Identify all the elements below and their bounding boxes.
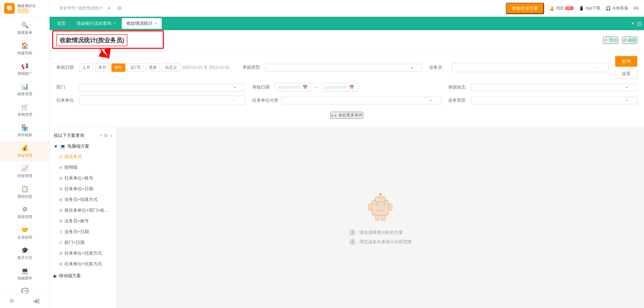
filter-dept-select[interactable]: ▾ [79,84,246,91]
settings-scheme-icon[interactable]: ⚙ [104,133,108,138]
filter-salesman-select[interactable]: ··· [452,63,608,72]
guide-icon: 🎓 [21,247,29,254]
operations-icon: 📈 [21,165,29,172]
sidebar-item-marketing[interactable]: 📢 营销推广 [0,59,49,80]
sidebar-item-operations[interactable]: 📈 经营管理 [0,161,49,182]
filter-counterpart: 往来单位 ··· [56,96,246,105]
sidebar-item-system[interactable]: ⚙ 系统管理 [0,202,49,223]
scheme-item-unit-account-label: 往来单位+账号 [64,175,93,181]
filter-docstatus-select[interactable]: ▾ [471,84,637,91]
scheme-item-by-detail[interactable]: ⊞ 按明细 [50,162,116,173]
date-btn-last-month[interactable]: 上月 [79,63,93,72]
user-avatar[interactable]: Rit [634,6,639,11]
page-header-actions: ↗ 导出 ↺ 刷新 [603,37,637,44]
refresh-btn[interactable]: ↺ 刷新 [622,37,637,44]
filter-counterpart-select[interactable]: ··· [79,96,246,105]
left-panel: 按以下方案查询 + ⚙ « ▼ 💻 电脑端方案 [50,127,117,308]
date-btn-this-year[interactable]: 本年 [111,63,125,72]
export-btn[interactable]: ↗ 导出 [603,37,618,44]
online-service-btn[interactable]: 🎧 在线客服 [606,5,628,11]
tab-close-window-icon[interactable]: × [631,20,634,27]
query-button[interactable]: 查询 [615,56,637,67]
scheme-item-salesman-settle[interactable]: ⊞ 业务员+结算方式 [50,194,116,205]
add-scheme-icon[interactable]: + [100,133,103,138]
filter-dept-wrapper: ▾ [79,84,246,91]
sidebar-item-warehouse[interactable]: 🏪 库存核算 [0,120,49,141]
svg-rect-9 [389,204,392,210]
dropdown-arrow[interactable]: ▾ [108,6,110,11]
scheme-group-mobile-title[interactable]: ▶ 移动端方案 [50,271,116,281]
notification-btn[interactable]: 🔔 消息 99+ [549,5,574,11]
filter-date: 单据日期 上月 本月 本年 近7天 更多 自定义 2023-01-01 至 [56,63,236,72]
salesman-dots[interactable]: ··· [595,65,599,70]
date-btn-7days[interactable]: 近7天 [127,63,144,72]
sidebar-item-sales[interactable]: 📊 销售管理 [0,80,49,100]
date-btn-custom[interactable]: 自定义 [162,63,180,72]
filter-review-from[interactable]: yyyy-mm-dd 📅 [275,83,312,92]
unit-account-icon: ⊞ [59,176,62,181]
date-separator: — [315,85,319,90]
scheme-item-unit-date[interactable]: ⊞ 往来单位+日期 [50,184,116,194]
dept-chevron-icon: ▾ [234,86,236,89]
sidebar-item-purchase[interactable]: 🛒 采购管理 [0,100,49,120]
sidebar-item-wechat[interactable]: 💬 企业微信 [0,284,49,293]
filter-biztype-select[interactable]: ▾ [471,97,637,104]
tab-receipt-close[interactable]: × [155,21,157,26]
date-btn-more[interactable]: 更多 [146,63,160,72]
tab-receipt-label: 收款情况统计 [126,20,153,27]
settings-footer-icon[interactable]: ⚙ [8,296,15,305]
tab-bank[interactable]: 现金银行流水查询 × [72,18,120,29]
notification-label: 消息 [556,5,564,11]
scheme-item-by-salesman[interactable]: ⊙ 按业务员 [50,151,116,162]
sidebar-item-basic[interactable]: 📋 基础信息 [0,182,49,202]
filter-review-to[interactable]: yyyy-mm-dd 📅 [322,83,359,92]
date-btn-this-month[interactable]: 本月 [95,63,109,72]
scheme-item-salesman-date[interactable]: ⊙ 业务员+日期 [50,226,116,237]
tab-home[interactable]: 首页 [52,18,70,29]
sidebar-item-enterprise[interactable]: 🤝 企业协同 [0,223,49,243]
sidebar-item-basic-label: 基础信息 [17,194,32,199]
app-download-btn[interactable]: 📱 App下载 [579,5,600,11]
tab-bar: 首页 现金银行流水查询 × 收款情况统计 × × ⊡ [50,17,644,30]
svg-rect-8 [369,204,372,210]
sidebar-item-guide[interactable]: 🎓 新手引导 [0,243,49,264]
sidebar-item-finance[interactable]: 💰 资金管理 [0,141,49,161]
scheme-group-desktop-title[interactable]: ▼ 💻 电脑端方案 [50,141,116,151]
counterpart-dots[interactable]: ··· [232,98,236,103]
svg-point-6 [375,203,377,205]
scheme-item-unit-account[interactable]: ⊞ 往来单位+账号 [50,173,116,184]
sidebar-item-search[interactable]: 🔍 搜索菜单 [0,18,49,39]
settings-button[interactable]: 设置 [615,69,637,79]
quicknav-icon: 🏠 [21,42,29,49]
system-icon: ⚙ [22,206,28,213]
filter-counterpart-cat: 往来单位分类 ▾ [252,97,441,104]
right-main: 1 请先选择要分析的方案 2 用过滤条件来缩小分析范围 [117,127,644,308]
tab-bank-close[interactable]: × [113,21,116,26]
filter-counterpart-cat-select[interactable]: ▾ [281,97,441,104]
review-to-placeholder: yyyy-mm-dd [325,85,346,90]
collapse-btn[interactable]: ∧∧ 收起更多条件 [330,112,363,119]
sidebar-item-hardware[interactable]: 💻 智能硬件 [0,264,49,284]
tab-maximize-icon[interactable]: ⊡ [637,20,641,27]
sidebar-item-warehouse-label: 库存核算 [17,133,32,138]
filter-doctype-select[interactable]: ▾ [265,64,422,71]
filter-panel: 单据日期 上月 本月 本年 近7天 更多 自定义 2023-01-01 至 [50,51,644,127]
scheme-item-unit-settle-1[interactable]: ⊞ 往来单位+结算方式 [50,248,116,259]
collapse-row: ∧∧ 收起更多条件 [56,109,637,121]
step-num-1: 1 [349,229,356,236]
scheme-item-salesman-account[interactable]: ⊞ 业务员+账号 [50,216,116,226]
collapse-scheme-icon[interactable]: « [110,133,112,138]
tab-receipt[interactable]: 收款情况统计 × [122,18,162,29]
page-header: 收款情况统计(按业务员) ↗ 导出 ↺ 刷新 [50,30,644,51]
sidebar-item-quicknav[interactable]: 🏠 快捷导航 [0,39,49,59]
scheme-item-unit-settle-2[interactable]: ⊞ 往来单位+结算方式 [50,259,116,269]
filter-review-label: 审核日期 [252,84,272,90]
app-download-label: App下载 [585,5,600,11]
settings-gear-icon[interactable]: ⚙ [117,5,122,11]
collapse-sidebar-icon[interactable]: ◀‖ [32,296,41,305]
scheme-item-unit-date-label: 往来单位+日期 [64,186,93,192]
sidebar-item-guide-label: 新手引导 [17,255,32,260]
scheme-item-dept-date[interactable]: ⊙ 部门+日期 [50,237,116,248]
trial-btn[interactable]: 体验行业方案 [506,3,544,14]
scheme-item-unit-dept-collect[interactable]: ⊞ 按往来单位+部门+收... [50,205,116,216]
